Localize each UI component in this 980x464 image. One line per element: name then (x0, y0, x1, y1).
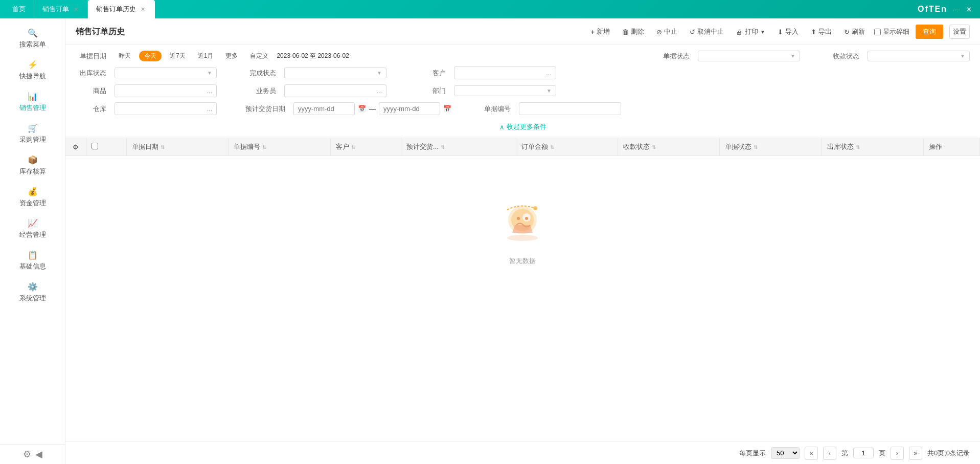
sidebar-bottom: ⚙ ◀ (0, 444, 65, 464)
th-customer[interactable]: 客户 ⇅ (330, 138, 401, 156)
content-area: 销售订单历史 + 新增 🗑 删除 ⊘ 中止 ↺ 取消中止 (65, 18, 980, 464)
department-dropdown-icon: ▼ (546, 88, 552, 94)
sort-icon-bill-status: ⇅ (754, 144, 758, 150)
date-btn-more[interactable]: 更多 (221, 51, 242, 61)
print-button[interactable]: 🖨 打印 ▼ (733, 25, 768, 38)
first-page-btn[interactable]: « (805, 447, 818, 460)
basic-info-icon: 📋 (28, 250, 38, 260)
bill-status-select[interactable]: ▼ (698, 51, 800, 61)
th-action: 操作 (923, 138, 979, 156)
table-area: ⚙ 单据日期 ⇅ 单据编号 (65, 138, 980, 441)
th-receipt-status[interactable]: 收款状态 ⇅ (618, 138, 720, 156)
export-button[interactable]: ⬆ 导出 (808, 25, 835, 38)
filter-row-3: 商品 ... 业务员 ... 部门 ▼ (76, 84, 970, 97)
bill-number-input[interactable] (519, 102, 621, 115)
page-number-input[interactable] (853, 448, 874, 458)
cal-icon-end[interactable]: 📅 (443, 105, 451, 113)
customer-input[interactable]: ... (454, 67, 556, 79)
delete-button[interactable]: 🗑 删除 (619, 25, 647, 38)
delivery-date-end[interactable] (379, 102, 440, 115)
th-bill-number[interactable]: 单据编号 ⇅ (229, 138, 330, 156)
next-page-btn[interactable]: › (891, 447, 904, 460)
th-bill-date[interactable]: 单据日期 ⇅ (127, 138, 229, 156)
page-size-select[interactable]: 50 20 100 (771, 447, 800, 459)
sidebar: 🔍 搜索菜单 ⚡ 快捷导航 📊 销售管理 🛒 采购管理 📦 库存核算 💰 资金管… (0, 18, 65, 464)
product-dots[interactable]: ... (207, 87, 212, 95)
out-status-dropdown-icon: ▼ (207, 70, 212, 76)
pagination-bar: 每页显示 50 20 100 « ‹ 第 页 › » 共0页,0条记录 (65, 441, 980, 464)
sales-mgmt-icon: 📊 (28, 91, 38, 101)
complete-status-dropdown-icon: ▼ (377, 70, 382, 76)
display-columns-input[interactable] (874, 29, 881, 35)
date-btn-today[interactable]: 今天 (139, 51, 162, 61)
product-label: 商品 (76, 86, 106, 96)
date-btn-last7[interactable]: 近7天 (166, 51, 190, 61)
th-delivery-date[interactable]: 预计交货... ⇅ (401, 138, 516, 156)
sidebar-settings-btn[interactable]: ⚙ (23, 449, 31, 460)
new-button[interactable]: + 新增 (588, 25, 613, 38)
sidebar-item-capital-mgmt[interactable]: 💰 资金管理 (0, 181, 65, 213)
sidebar-item-quick-nav[interactable]: ⚡ 快捷导航 (0, 54, 65, 86)
window-close[interactable]: ✕ (966, 6, 972, 13)
date-filter-group: 昨天 今天 近7天 近1月 更多 自定义 2023-06-02 至 2023-0… (115, 51, 630, 61)
date-btn-last1m[interactable]: 近1月 (194, 51, 218, 61)
th-order-amount[interactable]: 订单金额 ⇅ (516, 138, 618, 156)
sidebar-item-basic-info[interactable]: 📋 基础信息 (0, 245, 65, 276)
cancel-stop-button[interactable]: ↺ 取消中止 (687, 25, 727, 38)
delivery-date-label: 预计交货日期 (245, 104, 285, 114)
product-input[interactable]: ... (115, 84, 217, 97)
refresh-button[interactable]: ↻ 刷新 (841, 25, 868, 38)
display-columns-checkbox[interactable]: 显示碎细 (874, 27, 909, 36)
quick-nav-icon: ⚡ (28, 59, 38, 70)
date-label: 单据日期 (76, 52, 106, 61)
page-title: 销售订单历史 (76, 27, 125, 37)
query-button[interactable]: 查询 (916, 25, 943, 39)
stop-button[interactable]: ⊘ 中止 (653, 25, 680, 38)
th-settings[interactable]: ⚙ (65, 138, 86, 156)
collapse-row[interactable]: ∧ 收起更多条件 (76, 120, 970, 131)
stop-icon: ⊘ (656, 28, 662, 36)
tab-sales-order[interactable]: 销售订单 ✕ (34, 0, 88, 18)
out-status-select[interactable]: ▼ (115, 68, 217, 78)
date-btn-yesterday[interactable]: 昨天 (115, 51, 135, 61)
tab-home[interactable]: 首页 (4, 0, 34, 18)
th-checkbox[interactable] (86, 138, 127, 156)
toolbar: + 新增 🗑 删除 ⊘ 中止 ↺ 取消中止 🖨 (588, 25, 970, 39)
select-all-checkbox[interactable] (92, 143, 98, 149)
warehouse-input[interactable]: ... (115, 102, 217, 115)
sidebar-item-system-mgmt[interactable]: ⚙️ 系统管理 (0, 276, 65, 308)
complete-status-select[interactable]: ▼ (284, 68, 386, 78)
svg-point-5 (525, 217, 528, 220)
svg-point-6 (533, 206, 537, 210)
warehouse-dots[interactable]: ... (207, 105, 212, 113)
sidebar-item-purchase-mgmt[interactable]: 🛒 采购管理 (0, 118, 65, 149)
cal-icon-start[interactable]: 📅 (358, 105, 366, 113)
sort-icon-customer: ⇅ (351, 144, 355, 150)
tab-close-sales-order[interactable]: ✕ (72, 6, 79, 13)
cancel-stop-icon: ↺ (690, 28, 695, 36)
delivery-date-start[interactable] (293, 102, 355, 115)
sidebar-item-inventory[interactable]: 📦 库存核算 (0, 149, 65, 181)
th-out-status[interactable]: 出库状态 ⇅ (822, 138, 923, 156)
tab-close-sales-order-history[interactable]: ✕ (139, 6, 146, 13)
customer-dots[interactable]: ... (546, 69, 552, 77)
settings-button[interactable]: 设置 (949, 25, 970, 39)
sidebar-item-operations-mgmt[interactable]: 📈 经营管理 (0, 213, 65, 245)
sidebar-collapse-btn[interactable]: ◀ (35, 449, 42, 460)
salesperson-input[interactable]: ... (284, 84, 386, 97)
th-bill-status[interactable]: 单据状态 ⇅ (720, 138, 822, 156)
salesperson-dots[interactable]: ... (376, 87, 382, 95)
sidebar-item-search-menu[interactable]: 🔍 搜索菜单 (0, 23, 65, 54)
date-btn-custom[interactable]: 自定义 (246, 51, 272, 61)
sidebar-item-sales-mgmt[interactable]: 📊 销售管理 (0, 86, 65, 118)
top-bar-right: OfTEn — ✕ (918, 5, 976, 14)
last-page-btn[interactable]: » (909, 447, 922, 460)
receipt-status-select[interactable]: ▼ (868, 51, 970, 61)
window-minimize[interactable]: — (953, 6, 960, 13)
page-unit: 页 (879, 449, 885, 458)
prev-page-btn[interactable]: ‹ (823, 447, 836, 460)
department-select[interactable]: ▼ (454, 85, 556, 96)
tab-sales-order-history[interactable]: 销售订单历史 ✕ (88, 0, 155, 18)
import-icon: ⬇ (778, 28, 783, 36)
import-button[interactable]: ⬇ 导入 (774, 25, 802, 38)
